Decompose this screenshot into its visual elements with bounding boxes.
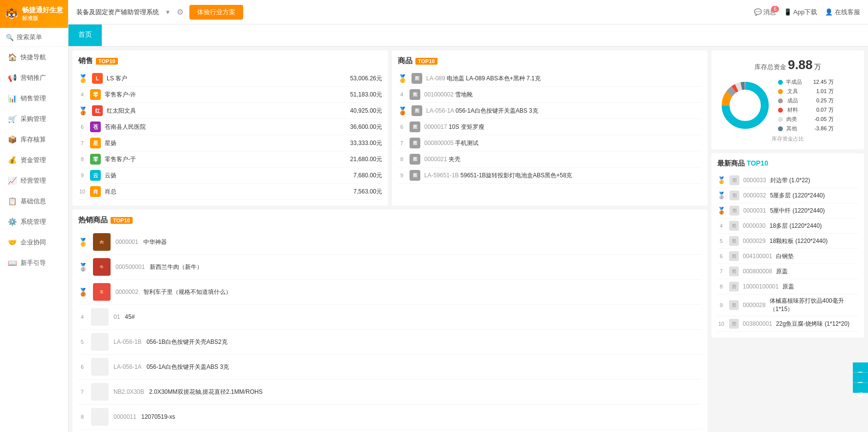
right-panel: 库存总资金 9.88 万 [711, 47, 868, 432]
product-name: 中华神器 [143, 238, 167, 246]
sidebar-item-label: 企业协同 [21, 238, 46, 247]
legend-label: 肉类 [786, 116, 811, 123]
sidebar-item-finance[interactable]: 💰 资金管理 [0, 150, 68, 170]
product-thumb: 图 [730, 191, 739, 200]
sidebar-item-purchase[interactable]: 🛒 采购管理 [0, 109, 68, 129]
rank-number: 8 [78, 156, 86, 162]
list-item: 🥇 图 LA-089 电池盖 LA-089 ABS本色+黑种 7.1克 [398, 71, 702, 87]
sidebar-item-system[interactable]: ⚙️ 系统管理 [0, 212, 68, 232]
list-item: 4 01 45# [78, 305, 702, 330]
legend-dot [778, 98, 783, 103]
legend-label: 其他 [786, 125, 811, 132]
list-item: 8 0000011 12070519-xs [78, 405, 702, 430]
guide-icon: 📖 [8, 259, 17, 267]
product-code: 0000031 [743, 207, 766, 214]
product-name: 056-1A白色按键开关盖ABS 3克 [146, 363, 229, 371]
new-products-list: 🥇 图 0000033 封边带 (1.0*22) 🥈 图 0000032 5厘多… [717, 173, 858, 332]
inventory-card: 库存总资金 9.88 万 [711, 50, 864, 149]
float-buttons: 客服热线 服务社区 直播 [853, 362, 868, 393]
legend-dot [778, 80, 783, 85]
product-code: 0000001 [115, 239, 138, 245]
float-btn-live[interactable]: 直播 [853, 383, 868, 393]
dropdown-arrow-icon[interactable]: ▼ [165, 9, 171, 16]
product-name: 18多层 (1220*2440) [770, 222, 858, 230]
list-item: 9 图 LA-59651-1B 59651-1B旋转投影灯电池盒ABS黑色+58… [398, 168, 702, 184]
list-item: 🥉 车 0000002 智利车子里（规格不知道填什么） [78, 280, 702, 305]
product-code: 01 [114, 313, 120, 320]
customer-name: 红太阳文具 [107, 107, 346, 115]
donut-chart-container: 半成品 12.45 万 文具 1.01 万 成品 0.25 万 [718, 78, 857, 132]
sidebar-item-operations[interactable]: 📈 经营管理 [0, 170, 68, 191]
product-name: 新西兰牛肉（新牛） [150, 263, 203, 271]
rank-number: 7 [717, 268, 725, 274]
sidebar-item-sales[interactable]: 📊 销售管理 [0, 88, 68, 109]
product-code: 10000100001 [743, 283, 778, 290]
sidebar-item-home[interactable]: 🏠 快捷导航 [0, 47, 68, 68]
logo-sub: 标准版 [22, 15, 63, 22]
medal-icon: 🥉 [78, 106, 88, 116]
legend-value: 12.45 万 [813, 78, 834, 86]
medal-icon: 🥉 [398, 106, 408, 116]
left-panel: 销售 TOP10 🥇 L LS 客户 53,006.26元 4 零 [69, 47, 711, 432]
cooperation-icon: 🤝 [8, 238, 17, 247]
search-menu[interactable]: 🔍 搜索菜单 [0, 28, 68, 47]
product-code: NB2.0X30B [114, 388, 144, 395]
legend-item: 成品 0.25 万 [778, 97, 834, 104]
hot-products-section: 热销商品 TOP10 🥇 肉 0000001 中华神器 🥈 牛 00050000… [72, 210, 708, 432]
medal-icon: 🥇 [78, 238, 88, 247]
chart-legend: 半成品 12.45 万 文具 1.01 万 成品 0.25 万 [778, 78, 834, 132]
sidebar-item-guide[interactable]: 📖 新手引导 [0, 253, 68, 273]
product-thumb: 图 [410, 170, 420, 181]
float-btn-community[interactable]: 服务社区 [853, 373, 868, 383]
settings-icon[interactable]: ⚙ [177, 7, 183, 17]
product-code: 0000030 [743, 222, 766, 229]
list-item: 7 图 000800005 手机测试 [398, 135, 702, 151]
products-list: 🥇 图 LA-089 电池盖 LA-089 ABS本色+黑种 7.1克 4 图 … [398, 71, 702, 184]
home-icon: 🏠 [8, 53, 17, 62]
legend-dot [778, 126, 783, 131]
list-item: 6 LA-056-1A 056-1A白色按键开关盖ABS 3克 [78, 355, 702, 380]
top-products-section: 商品 TOP10 🥇 图 LA-089 电池盖 LA-089 ABS本色+黑种 … [392, 50, 708, 206]
customer-avatar: 红 [92, 105, 103, 116]
message-badge[interactable]: 💬 消息 6 [754, 8, 777, 17]
phone-icon: 📱 [784, 8, 792, 16]
rank-number: 6 [78, 124, 86, 130]
list-item: 5 图 0000029 18颗粒板 (1220*2440) [717, 234, 858, 249]
product-code: 0000033 [743, 177, 766, 184]
product-thumb: 图 [410, 138, 420, 148]
rank-number: 6 [398, 124, 406, 130]
customer-avatar: 零 [90, 154, 101, 165]
product-code: 003800001 [743, 320, 772, 327]
float-btn-service[interactable]: 客服热线 [853, 362, 868, 373]
trial-button[interactable]: 体验行业方案 [189, 5, 243, 20]
list-item: 6 苍 苍南县人民医院 36,600.00元 [78, 119, 382, 135]
system-title: 装备及固定资产辅助管理系统 [76, 8, 159, 17]
customer-value: 40,925.00元 [350, 107, 382, 115]
sidebar-item-cooperation[interactable]: 🤝 企业协同 [0, 232, 68, 253]
list-item: 9 KK-SD22110H 花语萌恒温分娩裤袜（厚款） [78, 430, 702, 432]
sidebar-item-label: 资金管理 [21, 156, 46, 165]
product-thumb: 图 [730, 175, 739, 185]
legend-item: 文具 1.01 万 [778, 88, 834, 95]
rank-number: 7 [398, 140, 406, 146]
rank-number: 7 [78, 140, 86, 146]
sidebar-item-inventory[interactable]: 📦 库存核算 [0, 129, 68, 150]
sidebar-item-basics[interactable]: 📋 基础信息 [0, 191, 68, 212]
legend-value: 1.01 万 [816, 88, 833, 95]
customer-value: 36,600.00元 [350, 123, 382, 131]
list-item: 8 图 0000021 夹壳 [398, 151, 702, 168]
sidebar-item-marketing[interactable]: 📢 营销推广 [0, 68, 68, 88]
product-info: LA-056-1A 056-1A白色按键开关盖ABS 3克 [426, 107, 702, 115]
product-code: 000500001 [115, 264, 145, 270]
tab-home[interactable]: 首页 [69, 24, 102, 46]
legend-dot [778, 108, 783, 113]
app-download[interactable]: 📱 App下载 [784, 8, 817, 17]
online-service[interactable]: 👤 在线客服 [825, 8, 860, 17]
customer-name: 星扬 [105, 139, 346, 147]
sidebar-logo: 🐯 畅捷通好生意 标准版 [0, 0, 68, 28]
inventory-icon: 📦 [8, 135, 17, 144]
customer-value: 7,563.00元 [353, 188, 382, 196]
list-item: 🥈 图 0000032 5厘多层 (1220*2440) [717, 188, 858, 203]
topbar-right: 💬 消息 6 📱 App下载 👤 在线客服 [754, 8, 860, 17]
medal-icon: 🥈 [78, 263, 88, 272]
